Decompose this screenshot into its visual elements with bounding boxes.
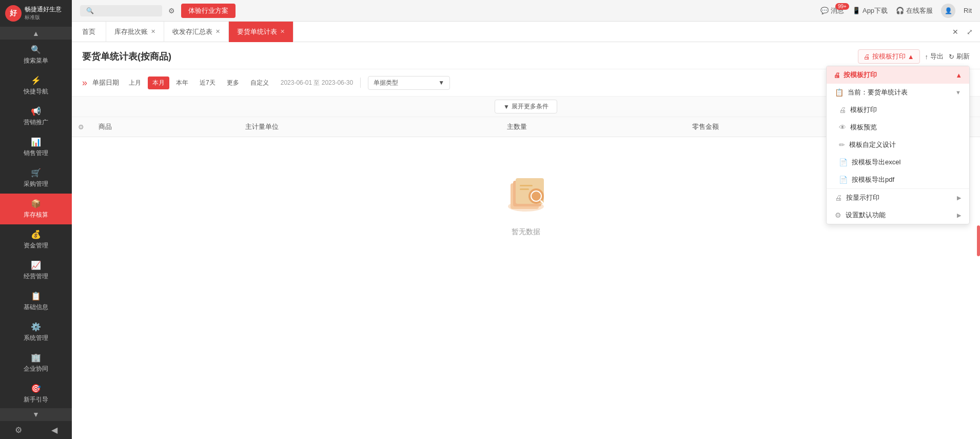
dropdown-display-print-label: 按显示打印 [846, 193, 879, 202]
guide-icon: 🎯 [31, 384, 41, 393]
sound-icon[interactable]: ◀ [51, 425, 57, 435]
refresh-button[interactable]: ↻ 刷新 [949, 52, 970, 61]
tab-receivables-close[interactable]: ✕ [215, 28, 220, 35]
dropdown-export-pdf-item[interactable]: 📄 按模板导出pdf [827, 171, 969, 188]
sidebar-item-purchase[interactable]: 🛒 采购管理 [0, 163, 72, 194]
sidebar-item-label-search: 搜索菜单 [24, 56, 48, 65]
dropdown-current-item[interactable]: 📋 当前：要货单统计表 ▼ [827, 84, 969, 101]
avatar[interactable]: 👤 [941, 4, 955, 18]
sidebar-item-guide[interactable]: 🎯 新手引导 [0, 378, 72, 408]
logo-name: 畅捷通好生意 [25, 6, 62, 14]
logo-text-container: 畅捷通好生意 标准版 [25, 6, 62, 21]
template-print-button[interactable]: 🖨 按模板打印 ▲ [858, 49, 920, 64]
table-settings-icon[interactable]: ⚙ [78, 123, 84, 131]
date-filter-label: 单据日期 [92, 78, 119, 87]
dropdown-template-preview-item[interactable]: 👁 模板预览 [827, 119, 969, 136]
date-btn-this-month[interactable]: 本月 [148, 77, 169, 89]
logo-badge: 标准版 [25, 14, 62, 21]
app-icon: 📱 [852, 7, 860, 14]
dropdown-template-design-label: 模板自定义设计 [849, 140, 896, 149]
dropdown-current-label: 当前：要货单统计表 [848, 88, 908, 97]
system-icon: ⚙️ [31, 322, 41, 332]
svg-rect-8 [520, 188, 529, 190]
date-btn-more[interactable]: 更多 [222, 77, 244, 89]
tab-maximize[interactable]: ⤢ [964, 26, 976, 38]
refresh-icon: ↻ [949, 53, 954, 61]
tab-inventory-batch[interactable]: 库存批次账 ✕ [106, 22, 164, 42]
trial-button[interactable]: 体验行业方案 [181, 4, 236, 18]
dropdown-header-left: 🖨 按模板打印 [834, 70, 877, 80]
sidebar-scroll-down[interactable]: ▼ [0, 408, 72, 421]
tab-close-window[interactable]: ✕ [949, 26, 962, 38]
settings-icon[interactable]: ⚙ [15, 425, 22, 435]
bill-type-select[interactable]: 单据类型 ▼ [368, 76, 450, 90]
topbar-search[interactable]: 🔍 [80, 5, 162, 16]
dropdown-display-print-arrow: ▶ [957, 195, 961, 201]
tab-inventory-batch-label: 库存批次账 [114, 27, 148, 36]
dropdown-current-arrow: ▼ [955, 89, 961, 96]
sidebar-scroll-up[interactable]: ▲ [0, 27, 72, 40]
right-scroll-indicator[interactable] [977, 225, 980, 256]
dropdown-header: 🖨 按模板打印 ▲ [827, 66, 969, 84]
dropdown-set-default-item[interactable]: ⚙ 设置默认功能 ▶ [827, 206, 969, 224]
tab-home-label: 首页 [82, 27, 95, 36]
online-service-button[interactable]: 🎧 在线客服 [896, 6, 933, 15]
search-icon: 🔍 [86, 7, 94, 14]
app-download-label: App下载 [863, 6, 888, 15]
tab-receivables-label: 收发存汇总表 [172, 27, 212, 36]
sidebar-item-operations[interactable]: 📈 经营管理 [0, 255, 72, 286]
sidebar: 好 畅捷通好生意 标准版 ▲ 🔍 搜索菜单⚡ 快捷导航📢 营销推广📊 销售管理🛒… [0, 0, 72, 439]
sidebar-item-marketing[interactable]: 📢 营销推广 [0, 101, 72, 132]
table-col-product: 商品 [92, 117, 239, 137]
dropdown-template-design-icon: ✏ [839, 141, 845, 149]
filter-expand-button[interactable]: » [82, 78, 87, 88]
expand-more-button[interactable]: ▼ 展开更多条件 [495, 100, 557, 113]
messages-button[interactable]: 💬 消息 99+ [820, 6, 844, 15]
page-header: 要货单统计表(按商品) 🖨 按模板打印 ▲ ↑ 导出 ↻ 刷新 [72, 42, 980, 69]
date-btn-this-year[interactable]: 本年 [171, 77, 193, 89]
tab-receivables[interactable]: 收发存汇总表 ✕ [164, 22, 229, 42]
sidebar-bottom: ⚙ ◀ [0, 421, 72, 439]
dropdown-template-design-item[interactable]: ✏ 模板自定义设计 [827, 136, 969, 154]
dropdown-export-excel-icon: 📄 [839, 158, 848, 166]
tab-home[interactable]: 首页 [72, 22, 106, 42]
sidebar-item-label-guide: 新手引导 [24, 395, 48, 404]
export-label: 导出 [930, 52, 944, 61]
empty-icon [500, 168, 552, 219]
sidebar-item-finance[interactable]: 💰 资金管理 [0, 224, 72, 255]
sidebar-item-label-system: 系统管理 [24, 334, 48, 342]
sidebar-item-basic[interactable]: 📋 基础信息 [0, 286, 72, 317]
dropdown-close-icon[interactable]: ▲ [955, 71, 962, 79]
sidebar-item-enterprise[interactable]: 🏢 企业协同 [0, 348, 72, 378]
dropdown-export-excel-item[interactable]: 📄 按模板导出excel [827, 154, 969, 171]
export-button[interactable]: ↑ 导出 [925, 52, 944, 61]
tab-order-stats-close[interactable]: ✕ [280, 28, 285, 35]
sidebar-item-system[interactable]: ⚙️ 系统管理 [0, 317, 72, 348]
date-btn-7days[interactable]: 近7天 [195, 77, 220, 89]
sidebar-item-label-operations: 经营管理 [24, 272, 48, 281]
gear-icon[interactable]: ⚙ [168, 7, 175, 15]
tab-order-stats[interactable]: 要货单统计表 ✕ [229, 22, 293, 42]
date-range-text: 2023-06-01 至 2023-06-30 [281, 79, 353, 87]
sidebar-item-sales[interactable]: 📊 销售管理 [0, 132, 72, 163]
dropdown-display-print-item[interactable]: 🖨 按显示打印 ▶ [827, 189, 969, 206]
tab-actions: ✕ ⤢ [949, 26, 980, 38]
app-download-button[interactable]: 📱 App下载 [852, 6, 888, 15]
tab-inventory-batch-close[interactable]: ✕ [151, 28, 155, 35]
finance-icon: 💰 [31, 230, 41, 239]
bill-type-label: 单据类型 [374, 79, 398, 87]
sales-icon: 📊 [31, 137, 41, 147]
dropdown-template-print-item[interactable]: 🖨 模板打印 [827, 101, 969, 119]
tab-order-stats-label: 要货单统计表 [237, 27, 277, 36]
sidebar-item-inventory[interactable]: 📦 库存核算 [0, 194, 72, 224]
date-btn-custom[interactable]: 自定义 [246, 77, 273, 89]
messages-badge: 99+ [835, 3, 849, 10]
date-btn-last-month[interactable]: 上月 [124, 77, 146, 89]
sidebar-item-quick-nav[interactable]: ⚡ 快捷导航 [0, 70, 72, 101]
sidebar-item-label-enterprise: 企业协同 [24, 365, 48, 373]
sidebar-item-label-finance: 资金管理 [24, 241, 48, 250]
topbar: 🔍 ⚙ 体验行业方案 💬 消息 99+ 📱 App下载 🎧 在线客服 👤 Rit [72, 0, 980, 22]
service-label: 在线客服 [906, 6, 933, 15]
expand-more-label: 展开更多条件 [512, 102, 548, 111]
sidebar-item-search[interactable]: 🔍 搜索菜单 [0, 40, 72, 70]
